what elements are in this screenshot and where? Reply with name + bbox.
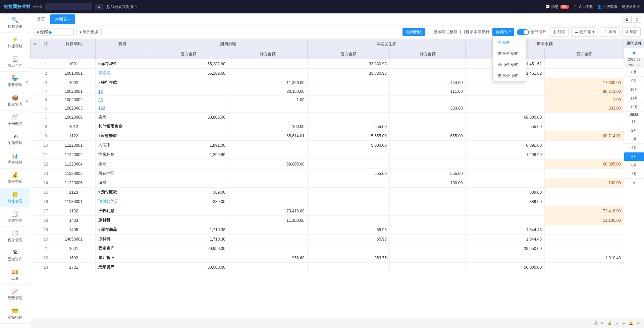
demo-btn[interactable]: ◎ 我要看实例演示 <box>106 4 137 9</box>
sidebar-item-fixed-assets[interactable]: 🏗 固定资产 <box>0 246 30 265</box>
sidebar-item-purchase[interactable]: 🛍 采购管理 <box>0 130 30 149</box>
row-debit-close: 50,000.00 <box>466 263 545 272</box>
row-debit-curr <box>307 78 389 87</box>
sidebar-label: 小畅报销 <box>8 315 22 320</box>
period-month-10[interactable]: 10月 <box>624 85 644 94</box>
row-credit-open: 11,100.00 <box>228 216 307 225</box>
amount-type-btn[interactable]: 金额式 ^ <box>492 28 514 36</box>
settings-icon[interactable]: ⚙ <box>33 42 37 47</box>
sidebar-item-invoice[interactable]: 🧾 发票管理 <box>0 207 30 227</box>
col-settings[interactable]: ⚙ <box>31 39 40 49</box>
online-service-btn[interactable]: 👤 在线客服 <box>597 4 618 9</box>
sidebar-item-ops[interactable]: 📈 经营管理 <box>0 285 30 304</box>
sidebar-item-project[interactable]: 📋 项目合同 <box>0 52 30 72</box>
period-month-8[interactable]: 8月 <box>624 68 644 77</box>
period-nav-down[interactable]: ▼ <box>624 179 644 187</box>
sidebar-item-base[interactable]: ℹ 基础信息 <box>0 324 30 328</box>
sidebar-label: 税务管理 <box>8 238 22 243</box>
status-refresh[interactable]: ♻ <box>637 321 640 325</box>
show-ytd-checkbox[interactable]: 显示本年累计 <box>460 29 490 35</box>
tab-balance[interactable]: 余额表 × <box>50 14 75 24</box>
status-cloud[interactable]: ☁ <box>622 321 625 325</box>
row-debit-close <box>466 96 545 104</box>
toggle-btn[interactable] <box>517 29 529 35</box>
dropdown-item-qty-foreign[interactable]: 数量外币式 <box>493 70 526 81</box>
sidebar-item-search[interactable]: 🔍 搜索菜单 <box>0 13 30 33</box>
period-month-6[interactable]: 6月 <box>624 161 644 170</box>
status-bell[interactable]: 🔔 <box>629 321 633 325</box>
show-aux-input[interactable] <box>428 30 432 34</box>
refresh-btn[interactable]: ↺ 刷新 <box>622 27 641 37</box>
inventory-icon: 📊 <box>12 152 18 159</box>
row-debit-open: 29,650.00 <box>149 244 228 253</box>
row-name[interactable]: 23 <box>96 96 149 104</box>
table-row: 1611230001预付款美元389.00389.00 <box>31 197 624 206</box>
row-name: ▾应收账款 <box>96 131 149 141</box>
dropdown-item-qty-amount[interactable]: 数量金额式 <box>493 48 526 59</box>
period-month-7[interactable]: 7月 <box>624 170 644 179</box>
app-download-btn[interactable]: 📱 App下载 <box>573 4 593 9</box>
period-month-1[interactable]: 1月 <box>624 118 644 126</box>
row-name[interactable]: 12 <box>96 87 149 96</box>
row-debit-open: 1,710.38 <box>149 235 228 244</box>
sidebar-item-retail[interactable]: 🏪 零售管理 ▶ <box>0 72 30 91</box>
row-debit-curr <box>307 159 389 169</box>
row-settings-cell <box>31 206 40 216</box>
expense-icon: 💳 <box>12 308 18 314</box>
status-alert[interactable]: △ <box>615 321 618 325</box>
row-code: 1701 <box>52 263 96 272</box>
row-credit-curr: 444.00 <box>389 78 465 87</box>
sidebar-item-wholesale[interactable]: 📦 批发管理 ▶ <box>0 91 30 111</box>
status-edit[interactable]: ✏ <box>601 321 604 325</box>
tab-close-btn[interactable]: × <box>68 17 70 21</box>
show-ytd-input[interactable] <box>460 30 465 34</box>
row-credit-curr <box>389 59 465 69</box>
dropdown-item-amount[interactable]: 金额式 <box>493 37 526 48</box>
sidebar-item-inventory[interactable]: 📊 库存核算 <box>0 149 30 169</box>
row-name[interactable]: 回回回 <box>96 69 149 78</box>
sidebar-item-salary[interactable]: 💴 工资 <box>0 265 30 285</box>
show-aux-checkbox[interactable]: 显示辅助核算 <box>428 29 458 35</box>
header-search-input[interactable] <box>45 3 92 10</box>
row-code: 11220005 <box>52 169 96 178</box>
row-name[interactable]: 预付款美元 <box>96 197 149 206</box>
row-debit-close <box>466 206 545 216</box>
row-credit-curr <box>389 122 465 131</box>
sidebar-item-ecommerce[interactable]: 🛒 小畅电商 <box>0 111 30 130</box>
row-name[interactable]: 122 <box>96 104 149 113</box>
period-month-2[interactable]: 2月 <box>624 126 644 135</box>
status-lang[interactable]: 英 <box>594 321 598 326</box>
period-month-12[interactable]: 12月 <box>624 103 644 112</box>
expand-more-btn[interactable]: ▾ 展开更多 <box>76 28 102 36</box>
sidebar-item-ledger[interactable]: 📒 总账管理 <box>0 188 30 207</box>
period-nav-up[interactable]: ▲ <box>624 48 644 57</box>
ledger-icon: 📒 <box>12 191 18 198</box>
message-btn[interactable]: 💬 消息 99+ <box>545 4 569 9</box>
tab-home[interactable]: 首页 <box>33 14 49 24</box>
sidebar-item-expense[interactable]: 💳 小畅报销 <box>0 304 30 324</box>
search-arrow-btn[interactable]: ▶ <box>49 30 52 35</box>
period-month-11[interactable]: 11月 <box>624 94 644 103</box>
period-month-4[interactable]: 4月 <box>624 144 644 152</box>
sidebar-item-finance[interactable]: 💰 资金管理 <box>0 169 30 188</box>
period-month-3[interactable]: 3月 <box>624 135 644 144</box>
row-credit-open <box>228 113 307 122</box>
header-left: 畅捷通好业财 专业版 ⚙ ◎ 我要看实例演示 <box>4 3 137 10</box>
dropdown-item-foreign-amount[interactable]: 外币金额式 <box>493 59 526 70</box>
sidebar-item-tax[interactable]: 📑 税务管理 <box>0 227 30 246</box>
row-name: 人民币 <box>96 141 149 150</box>
period-month-9[interactable]: 9月 <box>624 77 644 85</box>
row-name: ▾库存现金 <box>96 59 149 69</box>
window-restore-btn[interactable]: ⧉ <box>623 16 632 23</box>
print-btn[interactable]: 🖨 打印 <box>549 27 568 37</box>
export-btn[interactable]: ↗ 导出 <box>600 27 619 37</box>
sidebar-item-quicknav[interactable]: ⚡ 快捷导航 <box>0 33 30 52</box>
period-month-5[interactable]: 5月 <box>624 152 644 161</box>
row-credit-open: 1.00 <box>228 96 307 104</box>
return-old-btn[interactable]: 退回旧版 <box>402 28 425 36</box>
salary-icon: 💴 <box>12 269 18 275</box>
cloud-print-btn[interactable]: ☁ 云打印 ▾ <box>571 27 598 37</box>
settings-btn[interactable]: ⚙ <box>95 4 103 10</box>
window-maximize-btn[interactable]: □ <box>633 16 641 23</box>
status-lock[interactable]: 🔒 <box>607 321 612 325</box>
